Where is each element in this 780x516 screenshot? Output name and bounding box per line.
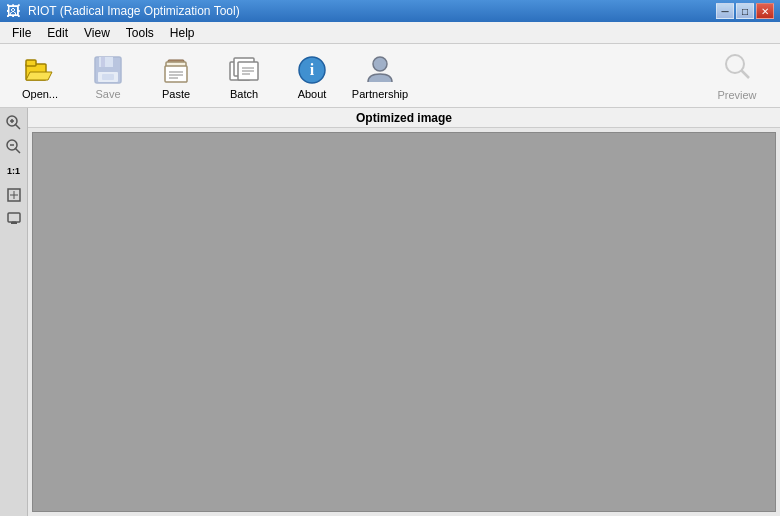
toolbar: Open... Save Paste [0, 44, 780, 108]
save-icon [90, 52, 126, 88]
about-icon: i [294, 52, 330, 88]
open-icon [22, 52, 58, 88]
menu-view[interactable]: View [76, 24, 118, 42]
maximize-button[interactable]: □ [736, 3, 754, 19]
batch-label: Batch [230, 88, 258, 100]
svg-rect-9 [165, 66, 187, 82]
batch-button[interactable]: Batch [212, 48, 276, 104]
preview-icon [721, 50, 753, 89]
open-label: Open... [22, 88, 58, 100]
app-icon: 🖼 [6, 3, 22, 19]
preview-label: Preview [717, 89, 756, 101]
partnership-label: Partnership [352, 88, 408, 100]
about-button[interactable]: i About [280, 48, 344, 104]
svg-text:i: i [310, 61, 315, 78]
svg-point-21 [373, 57, 387, 71]
svg-line-23 [741, 70, 749, 78]
paste-label: Paste [162, 88, 190, 100]
canvas-title: Optimized image [28, 108, 780, 128]
menu-bar: File Edit View Tools Help [0, 22, 780, 44]
batch-icon [226, 52, 262, 88]
preview-button: Preview [702, 48, 772, 104]
close-button[interactable]: ✕ [756, 3, 774, 19]
open-button[interactable]: Open... [8, 48, 72, 104]
display-tool[interactable] [3, 208, 25, 230]
menu-help[interactable]: Help [162, 24, 203, 42]
actual-size-tool[interactable]: 1:1 [3, 160, 25, 182]
main-area: 1:1 Optimized image [0, 108, 780, 516]
svg-line-29 [15, 148, 20, 153]
about-label: About [298, 88, 327, 100]
partnership-button[interactable]: Partnership [348, 48, 412, 104]
menu-edit[interactable]: Edit [39, 24, 76, 42]
svg-rect-1 [26, 60, 36, 66]
save-button[interactable]: Save [76, 48, 140, 104]
menu-tools[interactable]: Tools [118, 24, 162, 42]
svg-line-25 [15, 124, 20, 129]
zoom-out-tool[interactable] [3, 136, 25, 158]
menu-file[interactable]: File [4, 24, 39, 42]
paste-icon [158, 52, 194, 88]
app-title: RIOT (Radical Image Optimization Tool) [28, 4, 240, 18]
svg-rect-6 [102, 74, 114, 80]
title-bar: 🖼 RIOT (Radical Image Optimization Tool)… [0, 0, 780, 22]
save-label: Save [95, 88, 120, 100]
left-panel: 1:1 [0, 108, 28, 516]
partnership-icon [362, 52, 398, 88]
svg-rect-4 [101, 57, 105, 67]
paste-button[interactable]: Paste [144, 48, 208, 104]
svg-rect-34 [8, 213, 20, 222]
fit-tool[interactable] [3, 184, 25, 206]
minimize-button[interactable]: ─ [716, 3, 734, 19]
canvas-area: Optimized image [28, 108, 780, 516]
svg-rect-36 [11, 222, 17, 224]
canvas-content [32, 132, 776, 512]
zoom-in-tool[interactable] [3, 112, 25, 134]
